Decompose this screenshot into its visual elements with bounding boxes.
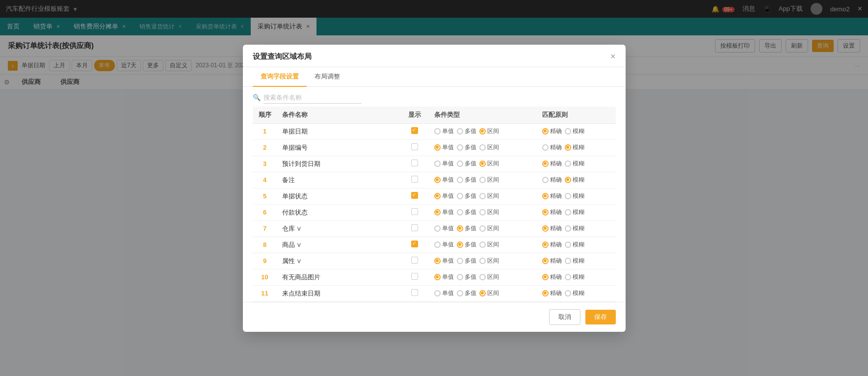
row-display-cell [400,172,429,188]
match-radio-精确[interactable] [542,161,549,167]
type-radio-label: 单值 [442,192,454,200]
type-radio-单值[interactable] [434,209,441,215]
type-radio-单值[interactable] [434,274,441,280]
type-radio-区间[interactable] [479,274,486,280]
type-radio-label: 单值 [442,273,454,281]
row-condition-name: 仓库 ∨ [277,220,400,237]
display-checkbox[interactable] [411,143,418,150]
display-checkbox[interactable] [411,289,418,296]
modal-close-button[interactable]: × [610,52,616,62]
match-radio-label: 精确 [550,273,562,281]
display-checkbox[interactable] [411,273,418,280]
match-radio-模糊[interactable] [565,128,571,134]
type-radio-多值[interactable] [457,209,463,215]
type-radio-区间[interactable] [479,242,486,248]
match-radio-精确[interactable] [542,193,549,199]
display-checkbox[interactable] [411,160,418,166]
match-radio-模糊[interactable] [565,161,571,167]
type-radio-多值[interactable] [457,258,463,264]
row-order: 6 [253,204,277,220]
match-radio-精确[interactable] [542,128,549,134]
type-radio-label: 多值 [465,241,476,249]
type-radio-区间[interactable] [479,225,486,232]
type-radio-区间[interactable] [479,258,486,264]
match-radio-精确[interactable] [542,290,549,296]
display-checkbox[interactable] [411,241,418,247]
match-radio-精确[interactable] [542,258,549,264]
row-match-cell: 精确模糊 [537,139,616,156]
search-input[interactable] [263,92,362,104]
tab-query-fields[interactable]: 查询字段设置 [253,67,307,87]
type-radio-区间[interactable] [479,161,486,167]
modal-overlay: 设置查询区域布局 × 查询字段设置 布局调整 🔍 顺序 条件名称 显示 条件类型 [0,0,868,376]
table-row: 4备注单值多值区间精确模糊 [253,172,616,188]
match-radio-模糊[interactable] [565,209,571,215]
type-radio-单值[interactable] [434,242,441,248]
type-radio-label: 单值 [442,176,454,184]
match-radio-精确[interactable] [542,177,549,183]
type-radio-label: 区间 [487,143,499,152]
type-radio-区间[interactable] [479,209,486,215]
type-radio-label: 多值 [465,192,476,200]
display-checkbox[interactable] [411,208,418,215]
type-radio-label: 多值 [465,176,476,184]
match-radio-精确[interactable] [542,209,549,215]
display-checkbox[interactable] [411,127,418,134]
match-radio-模糊[interactable] [565,193,571,199]
match-radio-模糊[interactable] [565,225,571,232]
save-button[interactable]: 保存 [585,310,616,324]
col-type-header: 条件类型 [429,107,537,124]
match-radio-模糊[interactable] [565,144,571,151]
type-radio-label: 区间 [487,160,499,168]
type-radio-区间[interactable] [479,193,486,199]
row-type-cell: 单值多值区间 [429,123,537,139]
type-radio-区间[interactable] [479,128,486,134]
type-radio-单值[interactable] [434,225,441,232]
type-radio-单值[interactable] [434,258,441,264]
type-radio-区间[interactable] [479,177,486,183]
type-radio-单值[interactable] [434,161,441,167]
type-radio-多值[interactable] [457,193,463,199]
match-radio-模糊[interactable] [565,258,571,264]
match-radio-精确[interactable] [542,225,549,232]
type-radio-区间[interactable] [479,290,486,296]
type-radio-单值[interactable] [434,193,441,199]
display-checkbox[interactable] [411,257,418,264]
type-radio-label: 多值 [465,127,476,135]
type-radio-区间[interactable] [479,144,486,151]
type-radio-多值[interactable] [457,225,463,232]
match-radio-精确[interactable] [542,144,549,151]
match-radio-模糊[interactable] [565,290,571,296]
type-radio-单值[interactable] [434,290,441,296]
type-radio-label: 区间 [487,176,499,184]
type-radio-多值[interactable] [457,274,463,280]
match-radio-模糊[interactable] [565,274,571,280]
display-checkbox[interactable] [411,224,418,231]
type-radio-多值[interactable] [457,144,463,151]
type-radio-多值[interactable] [457,242,463,248]
type-radio-单值[interactable] [434,177,441,183]
row-type-cell: 单值多值区间 [429,220,537,237]
type-radio-单值[interactable] [434,144,441,151]
type-radio-label: 单值 [442,127,454,135]
display-checkbox[interactable] [411,176,418,183]
match-radio-精确[interactable] [542,242,549,248]
type-radio-label: 区间 [487,127,499,135]
row-condition-name: 属性 ∨ [277,253,400,269]
cancel-button[interactable]: 取消 [549,309,580,325]
match-radio-模糊[interactable] [565,177,571,183]
match-radio-模糊[interactable] [565,242,571,248]
type-radio-多值[interactable] [457,290,463,296]
row-type-cell: 单值多值区间 [429,253,537,269]
modal-search-area: 🔍 [243,87,626,107]
tab-layout-adjust[interactable]: 布局调整 [307,67,348,87]
display-checkbox[interactable] [411,192,418,199]
type-radio-多值[interactable] [457,177,463,183]
table-row: 2单据编号单值多值区间精确模糊 [253,139,616,156]
type-radio-多值[interactable] [457,161,463,167]
row-display-cell [400,139,429,156]
match-radio-精确[interactable] [542,274,549,280]
type-radio-label: 区间 [487,273,499,281]
type-radio-单值[interactable] [434,128,441,134]
type-radio-多值[interactable] [457,128,463,134]
